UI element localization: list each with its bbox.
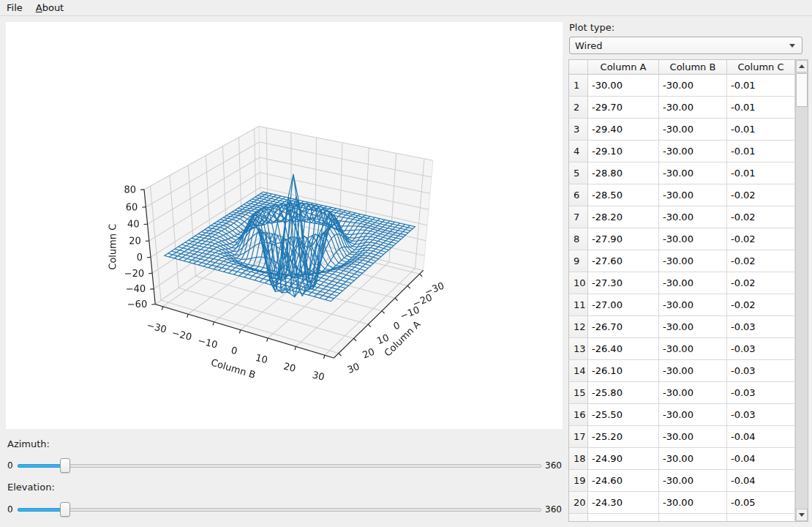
table-cell[interactable]: -30.00 — [659, 75, 727, 97]
menu-file[interactable]: File — [0, 1, 29, 15]
table-row[interactable]: 4-29.10-30.00-0.01 — [569, 141, 808, 162]
table-cell[interactable]: -30.00 — [659, 338, 727, 360]
table-cell[interactable]: -26.70 — [588, 316, 659, 338]
table-header-column-b[interactable]: Column B — [659, 60, 727, 75]
elevation-slider-handle[interactable] — [60, 502, 70, 517]
table-row[interactable]: 18-24.90-30.00-0.04 — [569, 448, 808, 470]
table-cell[interactable]: -28.50 — [588, 184, 659, 206]
table-header-column-a[interactable]: Column A — [588, 60, 659, 75]
table-cell[interactable]: -30.00 — [659, 448, 727, 470]
table-cell[interactable]: -27.60 — [588, 250, 659, 272]
table-row[interactable]: 15-25.80-30.00-0.03 — [569, 382, 808, 404]
table-cell[interactable]: -0.03 — [727, 382, 795, 404]
table-row[interactable]: 8-27.90-30.00-0.02 — [569, 228, 808, 250]
table-cell[interactable]: -0.03 — [727, 360, 795, 382]
table-cell[interactable]: -0.02 — [727, 250, 795, 272]
table-row[interactable]: 10-27.30-30.00-0.02 — [569, 272, 808, 294]
menu-about[interactable]: About — [29, 1, 70, 15]
azimuth-slider[interactable] — [18, 458, 541, 473]
table-cell[interactable]: -30.00 — [659, 272, 727, 294]
scroll-down-button[interactable] — [796, 509, 808, 521]
table-header-column-c[interactable]: Column C — [727, 60, 795, 75]
table-row[interactable]: 17-25.20-30.00-0.04 — [569, 426, 808, 448]
table-cell[interactable]: -0.01 — [727, 97, 795, 119]
table-cell[interactable]: -0.05 — [727, 492, 795, 514]
row-number[interactable]: 18 — [569, 448, 588, 470]
table-cell[interactable]: -26.40 — [588, 338, 659, 360]
table-cell[interactable]: -30.00 — [659, 162, 727, 184]
table-cell[interactable]: -27.30 — [588, 272, 659, 294]
row-number[interactable]: 6 — [569, 184, 588, 206]
table-cell[interactable]: -27.00 — [588, 294, 659, 316]
table-cell[interactable]: -25.20 — [588, 426, 659, 448]
elevation-slider[interactable] — [18, 502, 541, 517]
table-cell[interactable]: -24.90 — [588, 448, 659, 470]
row-number[interactable]: 19 — [569, 470, 588, 492]
table-cell[interactable]: -30.00 — [659, 360, 727, 382]
row-number[interactable]: 7 — [569, 206, 588, 228]
table-row[interactable]: 20-24.30-30.00-0.05 — [569, 492, 808, 514]
table-cell[interactable]: -0.04 — [727, 470, 795, 492]
row-number[interactable]: 3 — [569, 119, 588, 141]
table-cell[interactable]: -24.60 — [588, 470, 659, 492]
table-row[interactable]: 11-27.00-30.00-0.02 — [569, 294, 808, 316]
row-number[interactable]: 8 — [569, 228, 588, 250]
table-cell[interactable]: -28.80 — [588, 162, 659, 184]
plot-type-select[interactable]: Wired — [569, 37, 802, 54]
table-cell[interactable]: -0.02 — [727, 184, 795, 206]
scrollbar-thumb[interactable] — [796, 73, 808, 107]
table-row[interactable]: 3-29.40-30.00-0.01 — [569, 119, 808, 141]
table-cell[interactable]: -30.00 — [659, 470, 727, 492]
table-cell[interactable]: -30.00 — [659, 228, 727, 250]
table-cell[interactable]: -30.00 — [659, 119, 727, 141]
table-cell[interactable]: -30.00 — [659, 426, 727, 448]
azimuth-slider-handle[interactable] — [60, 458, 70, 473]
table-cell[interactable]: -30.00 — [659, 184, 727, 206]
row-number[interactable]: 2 — [569, 97, 588, 119]
table-cell[interactable]: -0.02 — [727, 228, 795, 250]
table-cell[interactable]: -30.00 — [588, 75, 659, 97]
table-cell[interactable]: -0.03 — [727, 316, 795, 338]
table-cell[interactable]: -0.03 — [727, 404, 795, 426]
table-row[interactable]: 9-27.60-30.00-0.02 — [569, 250, 808, 272]
table-cell[interactable]: -30.00 — [659, 141, 727, 162]
table-row[interactable]: 1-30.00-30.00-0.01 — [569, 75, 808, 97]
table-row[interactable]: 7-28.20-30.00-0.02 — [569, 206, 808, 228]
row-number[interactable]: 15 — [569, 382, 588, 404]
table-scrollbar[interactable] — [795, 60, 808, 521]
table-row[interactable]: 5-28.80-30.00-0.01 — [569, 162, 808, 184]
table-cell[interactable]: -0.01 — [727, 75, 795, 97]
table-row[interactable]: 2-29.70-30.00-0.01 — [569, 97, 808, 119]
table-cell[interactable]: -0.01 — [727, 162, 795, 184]
table-cell[interactable]: -30.00 — [659, 294, 727, 316]
table-cell[interactable]: -24.30 — [588, 492, 659, 514]
table-cell[interactable]: -0.02 — [727, 272, 795, 294]
row-number[interactable]: 5 — [569, 162, 588, 184]
3d-wireframe-plot[interactable] — [6, 22, 563, 429]
table-row[interactable]: 12-26.70-30.00-0.03 — [569, 316, 808, 338]
row-number[interactable]: 13 — [569, 338, 588, 360]
row-number[interactable]: 4 — [569, 141, 588, 162]
table-cell[interactable]: -27.90 — [588, 228, 659, 250]
table-row[interactable]: 14-26.10-30.00-0.03 — [569, 360, 808, 382]
row-number[interactable]: 1 — [569, 75, 588, 97]
table-corner-cell[interactable] — [569, 60, 588, 75]
table-cell[interactable]: -26.10 — [588, 360, 659, 382]
table-cell[interactable]: -29.10 — [588, 141, 659, 162]
table-cell[interactable]: -0.01 — [727, 141, 795, 162]
table-row[interactable]: 19-24.60-30.00-0.04 — [569, 470, 808, 492]
table-row[interactable]: 6-28.50-30.00-0.02 — [569, 184, 808, 206]
table-cell[interactable]: -0.02 — [727, 206, 795, 228]
table-cell[interactable]: -0.01 — [727, 119, 795, 141]
table-row[interactable]: 16-25.50-30.00-0.03 — [569, 404, 808, 426]
row-number[interactable]: 14 — [569, 360, 588, 382]
row-number[interactable]: 9 — [569, 250, 588, 272]
table-cell[interactable]: -29.70 — [588, 97, 659, 119]
scroll-up-button[interactable] — [796, 60, 808, 72]
table-cell[interactable]: -0.04 — [727, 448, 795, 470]
row-number[interactable]: 17 — [569, 426, 588, 448]
table-cell[interactable]: -25.50 — [588, 404, 659, 426]
row-number[interactable]: 16 — [569, 404, 588, 426]
azimuth-slider-groove[interactable] — [18, 464, 541, 468]
table-row[interactable]: 13-26.40-30.00-0.03 — [569, 338, 808, 360]
